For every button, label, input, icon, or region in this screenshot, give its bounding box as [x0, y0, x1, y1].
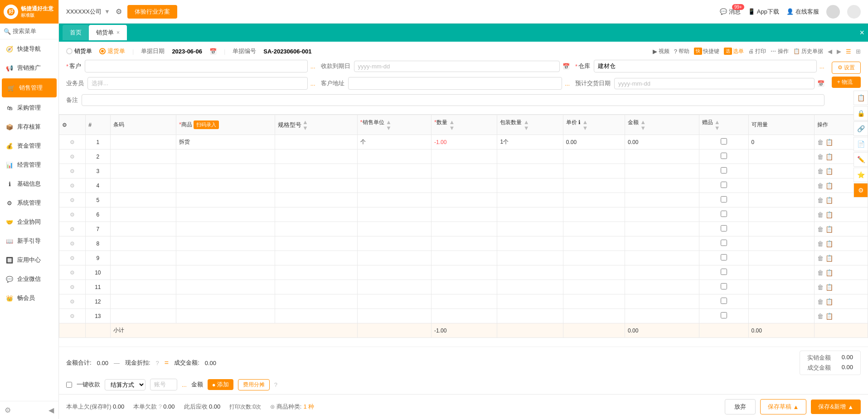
row-pkg-cell[interactable] — [497, 207, 563, 222]
delete-row-icon[interactable]: 🗑 — [817, 182, 824, 189]
row-product-cell[interactable] — [176, 193, 275, 207]
th-settings[interactable]: ⚙ — [59, 115, 86, 135]
row-settings-cell[interactable]: ⚙ — [59, 135, 86, 149]
one-click-pay-checkbox[interactable] — [66, 382, 72, 388]
row-settings-cell[interactable]: ⚙ — [59, 149, 86, 164]
user-avatar-2[interactable] — [847, 5, 861, 19]
row-barcode-cell[interactable] — [110, 164, 176, 178]
float-btn-1[interactable]: 📋 — [853, 91, 868, 105]
calc-method-select[interactable]: 结算方式 — [105, 379, 145, 390]
row-settings-cell[interactable]: ⚙ — [59, 207, 86, 222]
float-btn-2[interactable]: 🔒 — [853, 106, 868, 120]
gift-checkbox[interactable] — [721, 196, 727, 202]
warehouse-input[interactable]: 建材仓 — [594, 60, 817, 72]
row-qty-cell[interactable] — [432, 309, 497, 323]
sidebar-item-应用中心[interactable]: 🔲应用中心 — [0, 250, 58, 270]
sidebar-item-营销推广[interactable]: 📢营销推广 — [0, 58, 58, 77]
row-amount-cell[interactable] — [625, 294, 699, 309]
row-amount-cell[interactable] — [625, 309, 699, 323]
row-settings-cell[interactable]: ⚙ — [59, 164, 86, 178]
view-list-icon[interactable]: ☰ — [846, 48, 851, 55]
tab-sale-order[interactable]: 销货单 × — [89, 25, 127, 40]
company-selector[interactable]: XXXXXX公司 ▼ — [66, 8, 110, 16]
float-btn-4[interactable]: 📄 — [853, 137, 868, 151]
row-product-cell[interactable] — [176, 178, 275, 193]
row-barcode-cell[interactable] — [110, 236, 176, 251]
customer-dots[interactable]: ... — [310, 63, 315, 70]
message-btn[interactable]: 💬 消息 99+ — [720, 8, 741, 16]
gift-checkbox[interactable] — [721, 312, 727, 318]
delete-row-icon[interactable]: 🗑 — [817, 226, 824, 233]
row-gift-cell[interactable] — [699, 294, 748, 309]
user-avatar[interactable] — [826, 5, 840, 19]
row-pkg-cell[interactable] — [497, 294, 563, 309]
row-unit-cell[interactable] — [357, 178, 432, 193]
scan-btn[interactable]: 扫码录入 — [194, 120, 219, 129]
row-gift-cell[interactable] — [699, 309, 748, 323]
float-btn-3[interactable]: 🔗 — [853, 121, 868, 136]
row-barcode-cell[interactable] — [110, 207, 176, 222]
copy-row-icon[interactable]: 📋 — [825, 211, 833, 218]
row-spec-cell[interactable] — [275, 251, 357, 265]
row-pkg-cell[interactable] — [497, 178, 563, 193]
sidebar-item-经营管理[interactable]: 📊经营管理 — [0, 155, 58, 174]
row-amount-cell[interactable] — [625, 265, 699, 280]
toolbar-help[interactable]: ? 帮助 — [674, 48, 689, 55]
row-gift-cell[interactable] — [699, 280, 748, 294]
row-settings-cell[interactable]: ⚙ — [59, 294, 86, 309]
radio-return[interactable]: 退货单 — [99, 47, 125, 55]
row-product-cell[interactable] — [176, 149, 275, 164]
copy-row-icon[interactable]: 📋 — [825, 284, 833, 291]
gift-checkbox[interactable] — [721, 240, 727, 246]
sidebar-search[interactable]: 🔍 搜索菜单 — [0, 24, 58, 39]
copy-row-icon[interactable]: 📋 — [825, 139, 833, 146]
salesperson-input[interactable]: 选择... — [87, 77, 308, 90]
row-unit-cell[interactable] — [357, 222, 432, 236]
row-pkg-cell[interactable] — [497, 164, 563, 178]
collapse-icon[interactable]: ◀ — [48, 406, 54, 414]
row-product-cell[interactable] — [176, 207, 275, 222]
sidebar-item-资金管理[interactable]: 💰资金管理 — [0, 136, 58, 155]
row-pkg-cell[interactable] — [497, 236, 563, 251]
row-gift-cell[interactable] — [699, 236, 748, 251]
sidebar-item-企业协同[interactable]: 🤝企业协同 — [0, 212, 58, 231]
row-spec-cell[interactable] — [275, 265, 357, 280]
row-gift-cell[interactable] — [699, 178, 748, 193]
row-product-cell[interactable] — [176, 294, 275, 309]
table-scroll[interactable]: ⚙ # 条码 *商品 扫码录入 规格型号 ▲▼ *销售单位 — [59, 115, 868, 347]
toolbar-video[interactable]: ▶ 视频 — [653, 48, 669, 55]
row-spec-cell[interactable] — [275, 294, 357, 309]
copy-row-icon[interactable]: 📋 — [825, 197, 833, 204]
row-gift-cell[interactable] — [699, 207, 748, 222]
row-qty-cell[interactable] — [432, 149, 497, 164]
sidebar-item-系统管理[interactable]: ⚙系统管理 — [0, 193, 58, 212]
row-barcode-cell[interactable] — [110, 149, 176, 164]
float-btn-6[interactable]: ⭐ — [853, 168, 868, 182]
delete-row-icon[interactable]: 🗑 — [817, 269, 824, 276]
toolbar-history[interactable]: 📋 历史单据 — [793, 48, 823, 55]
expense-split-btn[interactable]: 费用分摊 — [238, 379, 270, 390]
copy-row-icon[interactable]: 📋 — [825, 313, 833, 320]
row-spec-cell[interactable] — [275, 236, 357, 251]
row-price-cell[interactable] — [563, 309, 625, 323]
toolbar-select[interactable]: 选 选单 — [724, 48, 744, 55]
settings-gear-icon[interactable]: ⚙ — [116, 7, 122, 16]
toolbar-print[interactable]: 🖨 打印 — [748, 48, 766, 55]
gift-checkbox[interactable] — [721, 211, 727, 217]
row-product-cell[interactable] — [176, 222, 275, 236]
tab-close-icon[interactable]: × — [116, 29, 120, 36]
gift-checkbox[interactable] — [721, 167, 727, 173]
row-gift-cell[interactable] — [699, 193, 748, 207]
sidebar-item-畅会员[interactable]: 👑畅会员 — [0, 289, 58, 308]
row-barcode-cell[interactable] — [110, 222, 176, 236]
delete-row-icon[interactable]: 🗑 — [817, 139, 824, 146]
row-amount-cell[interactable]: 0.00 — [625, 135, 699, 149]
row-price-cell[interactable] — [563, 164, 625, 178]
row-amount-cell[interactable] — [625, 251, 699, 265]
row-unit-cell[interactable] — [357, 149, 432, 164]
row-unit-cell[interactable] — [357, 265, 432, 280]
row-qty-cell[interactable] — [432, 265, 497, 280]
row-qty-cell[interactable] — [432, 178, 497, 193]
sidebar-item-基础信息[interactable]: ℹ基础信息 — [0, 174, 58, 193]
warehouse-dots[interactable]: ... — [820, 63, 824, 70]
